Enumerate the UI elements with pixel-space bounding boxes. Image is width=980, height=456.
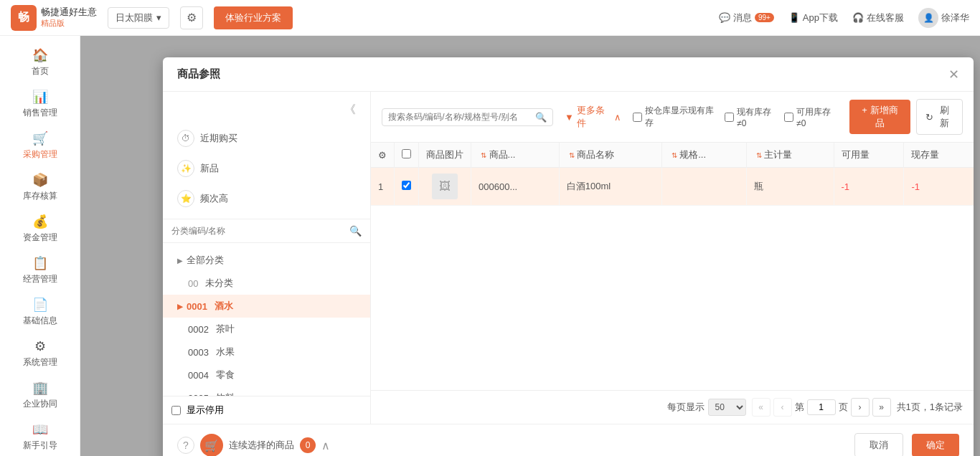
col-code[interactable]: ⇅ 商品... <box>471 143 560 168</box>
col-stock[interactable]: 现存量 <box>904 143 974 168</box>
recent-purchase-item[interactable]: ⏱ 近期购买 <box>171 125 362 151</box>
navbar-right: 💬 消息 99+ 📱 App下载 🎧 在线客服 👤 徐泽华 <box>719 8 969 28</box>
page-nav: « ‹ 第 页 › » <box>752 398 891 417</box>
category-0002[interactable]: 0002 茶叶 <box>163 318 370 341</box>
col-spec[interactable]: ⇅ 规格... <box>661 143 746 168</box>
user-item[interactable]: 👤 徐泽华 <box>918 8 969 28</box>
confirm-button[interactable]: 确定 <box>912 434 959 456</box>
system-icon: ⚙ <box>34 338 46 354</box>
col-image: 商品图片 <box>419 143 471 168</box>
online-service-item[interactable]: 🎧 在线客服 <box>852 11 904 24</box>
frequent-label: 频次高 <box>200 192 228 205</box>
cancel-button[interactable]: 取消 <box>854 433 903 456</box>
category-all[interactable]: ▶ 全部分类 <box>163 249 370 272</box>
available-stock-checkbox[interactable] <box>784 113 793 122</box>
basic-icon: 📄 <box>32 297 48 313</box>
sidebar-label-sales: 销售管理 <box>23 107 57 119</box>
refresh-btn[interactable]: ↻ 刷新 <box>916 99 963 135</box>
sidebar-item-guide[interactable]: 📖 新手引导 <box>0 416 80 456</box>
category-0002-code: 0002 <box>188 324 209 335</box>
message-item[interactable]: 💬 消息 99+ <box>719 11 774 24</box>
next-page-btn[interactable]: › <box>851 398 870 417</box>
help-button[interactable]: ? <box>177 437 194 454</box>
select-all-checkbox[interactable] <box>402 149 411 158</box>
category-0001-name: 酒水 <box>215 300 233 313</box>
sidebar-item-sales[interactable]: 📊 销售管理 <box>0 83 80 125</box>
row-unit: 瓶 <box>746 168 834 206</box>
filter-button[interactable]: ▼ 更多条件 ∧ <box>559 101 627 133</box>
category-0004-name: 零食 <box>216 369 235 381</box>
warehouse-stock-checkbox-label[interactable]: 按仓库显示现有库存 <box>633 105 719 129</box>
col-settings[interactable]: ⚙ <box>371 143 395 168</box>
col-unit[interactable]: ⇅ 主计量 <box>746 143 834 168</box>
category-0001[interactable]: ▶ 0001 酒水 <box>163 295 370 318</box>
sidebar-item-home[interactable]: 🏠 首页 <box>0 42 80 83</box>
existing-stock-checkbox-label[interactable]: 现有库存≠0 <box>725 106 778 128</box>
logo-icon: 畅 <box>11 5 37 31</box>
page-number-input[interactable] <box>807 399 836 415</box>
modal-close-button[interactable]: ✕ <box>948 68 959 81</box>
table-row[interactable]: 1 🖼 000600... 白酒100ml 瓶 -1 -1 <box>371 168 974 206</box>
star-icon: ⭐ <box>177 190 194 207</box>
col-checkbox[interactable] <box>395 143 419 168</box>
new-product-item[interactable]: ✨ 新品 <box>171 156 362 181</box>
refresh-label: 刷新 <box>936 104 953 130</box>
sidebar-item-basic[interactable]: 📄 基础信息 <box>0 291 80 333</box>
new-icon: ✨ <box>177 160 194 177</box>
footer-collapse-btn[interactable]: ∧ <box>321 439 330 452</box>
row-checkbox-cell[interactable] <box>395 168 419 206</box>
available-stock-checkbox-label[interactable]: 可用库存≠0 <box>784 106 838 128</box>
row-checkbox[interactable] <box>402 181 411 190</box>
sidebar-item-assets[interactable]: 💰 资金管理 <box>0 208 80 250</box>
search-magnify-icon: 🔍 <box>535 112 547 123</box>
col-name[interactable]: ⇅ 商品名称 <box>559 143 661 168</box>
frequent-item[interactable]: ⭐ 频次高 <box>171 186 362 212</box>
toolbar: 🔍 ▼ 更多条件 ∧ 按仓库显示现有库存 <box>371 92 974 143</box>
warehouse-stock-label: 按仓库显示现有库存 <box>645 105 719 129</box>
category-0005[interactable]: 0005 饮料 <box>163 386 370 396</box>
add-product-btn[interactable]: + 新增商品 <box>849 100 910 134</box>
online-service-label: 在线客服 <box>867 11 904 24</box>
settings-button[interactable]: ⚙ <box>180 6 203 29</box>
modal-header: 商品参照 ✕ <box>163 57 974 92</box>
sidebar-label-operations: 经营管理 <box>23 273 57 285</box>
content-area: 商品参照 ✕ 《 ⏱ 近期购买 <box>80 36 980 456</box>
sidebar-item-purchase[interactable]: 🛒 采购管理 <box>0 125 80 166</box>
category-search-input[interactable] <box>171 226 345 236</box>
existing-stock-checkbox[interactable] <box>725 113 734 122</box>
sidebar-label-system: 系统管理 <box>23 356 57 369</box>
company-selector[interactable]: 日太阳膜 ▾ <box>108 7 169 29</box>
per-page-dropdown[interactable]: 50 10 20 100 <box>708 399 746 416</box>
sidebar-item-system[interactable]: ⚙ 系统管理 <box>0 333 80 374</box>
sort-icon-unit: ⇅ <box>756 151 762 159</box>
col-image-label: 商品图片 <box>426 149 463 160</box>
product-reference-modal: 商品参照 ✕ 《 ⏱ 近期购买 <box>163 57 974 456</box>
category-0003[interactable]: 0003 水果 <box>163 341 370 364</box>
sidebar-item-enterprise[interactable]: 🏢 企业协同 <box>0 374 80 416</box>
category-0003-code: 0003 <box>188 347 209 358</box>
prev-page-btn[interactable]: ‹ <box>773 398 792 417</box>
product-search-input[interactable] <box>388 112 532 122</box>
sidebar-item-operations[interactable]: 📋 经营管理 <box>0 250 80 291</box>
cart-button[interactable]: 🛒 <box>200 434 223 456</box>
logo-sub: 精品版 <box>41 18 97 29</box>
product-table-wrapper: ⚙ 商品图片 ⇅ 商品... <box>371 143 974 390</box>
collapse-left-panel-btn[interactable]: 《 <box>339 99 362 121</box>
category-00-code: 00 <box>188 278 198 289</box>
first-page-btn[interactable]: « <box>752 398 771 417</box>
sidebar-item-inventory[interactable]: 📦 库存核算 <box>0 166 80 208</box>
col-available[interactable]: 可用量 <box>834 143 904 168</box>
product-search-box[interactable]: 🔍 <box>382 108 553 126</box>
category-00[interactable]: 00 未分类 <box>163 272 370 295</box>
search-icon[interactable]: 🔍 <box>349 225 362 237</box>
enterprise-icon: 🏢 <box>32 380 48 396</box>
show-disabled-checkbox[interactable] <box>171 406 181 415</box>
category-0004[interactable]: 0004 零食 <box>163 364 370 386</box>
experience-btn[interactable]: 体验行业方案 <box>214 6 293 29</box>
warehouse-stock-checkbox[interactable] <box>633 113 642 122</box>
sort-icon-name: ⇅ <box>569 151 575 159</box>
row-index: 1 <box>371 168 395 206</box>
last-page-btn[interactable]: » <box>872 398 891 417</box>
user-name: 徐泽华 <box>941 11 969 24</box>
app-download-item[interactable]: 📱 App下载 <box>788 11 838 24</box>
